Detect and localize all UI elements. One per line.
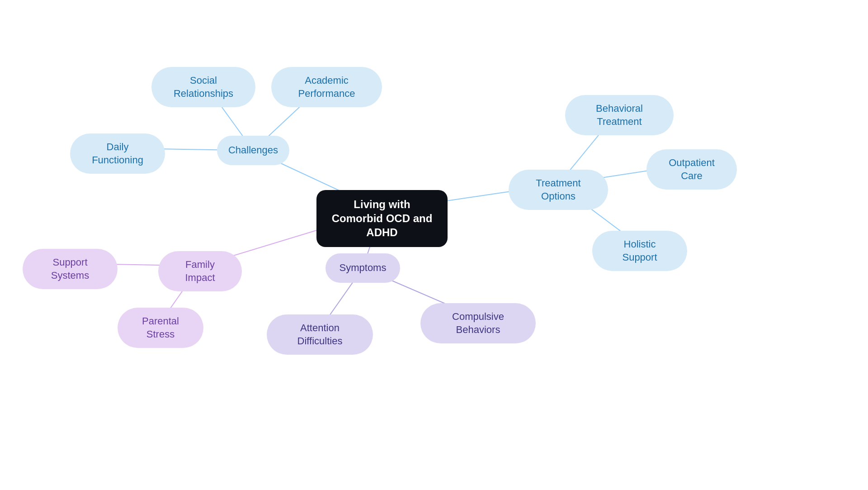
- node-outpatient-care[interactable]: Outpatient Care: [646, 149, 737, 190]
- node-academic-performance[interactable]: Academic Performance: [271, 67, 382, 107]
- node-challenges[interactable]: Challenges: [217, 136, 289, 165]
- node-social-relationships[interactable]: Social Relationships: [151, 67, 255, 107]
- node-daily-functioning[interactable]: Daily Functioning: [70, 133, 165, 174]
- mindmap-container: Living with Comorbid OCD and ADHDChallen…: [0, 0, 868, 490]
- node-support-systems[interactable]: Support Systems: [23, 249, 118, 289]
- node-symptoms[interactable]: Symptoms: [326, 253, 400, 283]
- node-attention-difficulties[interactable]: Attention Difficulties: [267, 314, 373, 355]
- node-holistic-support[interactable]: Holistic Support: [592, 231, 687, 271]
- node-parental-stress[interactable]: Parental Stress: [118, 308, 203, 348]
- node-family-impact[interactable]: Family Impact: [158, 251, 242, 291]
- node-treatment-options[interactable]: Treatment Options: [509, 170, 608, 210]
- node-center[interactable]: Living with Comorbid OCD and ADHD: [316, 190, 448, 247]
- node-compulsive-behaviors[interactable]: Compulsive Behaviors: [420, 303, 536, 343]
- node-behavioral-treatment[interactable]: Behavioral Treatment: [565, 95, 674, 135]
